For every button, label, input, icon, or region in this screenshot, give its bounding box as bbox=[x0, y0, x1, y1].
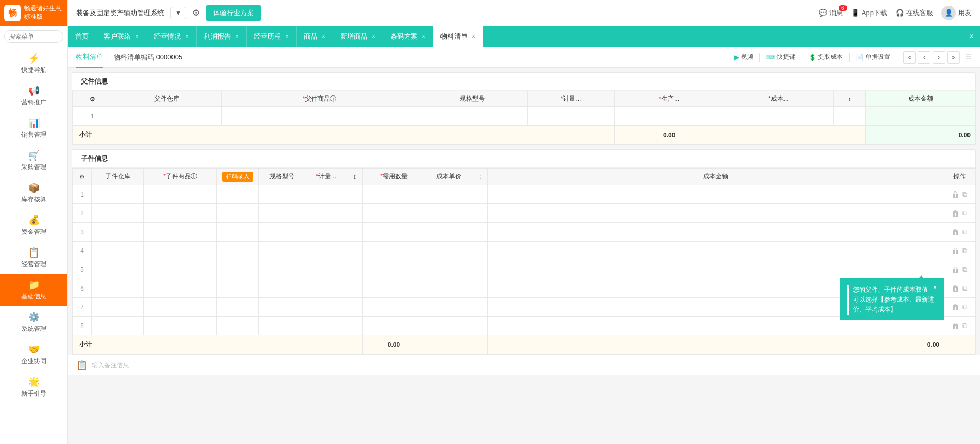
close-tab-bom[interactable]: × bbox=[472, 33, 475, 40]
copy-icon-7[interactable]: ⧉ bbox=[962, 303, 967, 311]
settings-icon[interactable]: ⚙ bbox=[192, 8, 200, 18]
child-row-5-warehouse[interactable] bbox=[92, 260, 144, 279]
tab-history[interactable]: 经营历程 × bbox=[247, 26, 297, 47]
sidebar-item-sales[interactable]: 📊 销售管理 bbox=[0, 112, 67, 145]
parent-row-1-warehouse[interactable] bbox=[112, 107, 222, 126]
tab-profit[interactable]: 利润报告 × bbox=[197, 26, 247, 47]
child-row-7-qty[interactable] bbox=[363, 298, 425, 317]
child-row-2-warehouse[interactable] bbox=[92, 204, 144, 223]
user-avatar[interactable]: 👤 用友 bbox=[941, 6, 972, 20]
close-tab-business[interactable]: × bbox=[185, 33, 189, 40]
close-tab-goods[interactable]: × bbox=[322, 33, 325, 40]
copy-icon-8[interactable]: ⧉ bbox=[962, 321, 967, 330]
child-row-3-unit[interactable] bbox=[305, 223, 347, 242]
copy-icon-4[interactable]: ⧉ bbox=[962, 246, 967, 255]
note-label[interactable]: 输入备注信息 bbox=[92, 361, 129, 370]
child-row-1-unit-cost[interactable] bbox=[425, 185, 472, 204]
child-row-6-qty[interactable] bbox=[363, 279, 425, 298]
close-tab-profit[interactable]: × bbox=[235, 33, 239, 40]
sidebar-item-ops[interactable]: 📋 经营管理 bbox=[0, 242, 67, 274]
sidebar-item-basic[interactable]: 📁 基础信息 bbox=[0, 274, 67, 306]
online-service-button[interactable]: 🎧 在线客服 bbox=[896, 8, 933, 18]
child-row-7-unit-cost[interactable] bbox=[425, 298, 472, 317]
child-row-1-unit[interactable] bbox=[305, 185, 347, 204]
search-input[interactable] bbox=[4, 30, 63, 43]
child-row-5-spec[interactable] bbox=[259, 260, 305, 279]
child-row-3-unit-cost[interactable] bbox=[425, 223, 472, 242]
pager-prev[interactable]: ‹ bbox=[918, 51, 930, 64]
delete-icon-4[interactable]: 🗑 bbox=[952, 247, 959, 255]
system-dropdown[interactable]: ▼ bbox=[170, 7, 186, 19]
sidebar-item-enterprise[interactable]: 🤝 企业协同 bbox=[0, 339, 67, 371]
child-row-8-unit-cost[interactable] bbox=[425, 317, 472, 335]
child-row-4-warehouse[interactable] bbox=[92, 242, 144, 260]
sidebar-item-guide[interactable]: 🌟 新手引导 bbox=[0, 371, 67, 403]
child-row-8-unit[interactable] bbox=[305, 317, 347, 335]
tab-new-goods[interactable]: 新增商品 × bbox=[333, 26, 383, 47]
pager-next-next[interactable]: » bbox=[947, 51, 960, 64]
tab-home[interactable]: 首页 bbox=[68, 26, 96, 47]
child-row-7-warehouse[interactable] bbox=[92, 298, 144, 317]
child-row-7-goods[interactable] bbox=[144, 298, 217, 317]
video-btn[interactable]: ▶ 视频 bbox=[734, 53, 753, 62]
close-tab-new-goods[interactable]: × bbox=[372, 33, 375, 40]
child-row-2-goods[interactable] bbox=[144, 204, 217, 223]
child-row-5-unit[interactable] bbox=[305, 260, 347, 279]
tab-goods[interactable]: 商品 × bbox=[297, 26, 333, 47]
parent-row-1-spec[interactable] bbox=[418, 107, 528, 126]
sidebar-item-marketing[interactable]: 📢 营销推广 bbox=[0, 80, 67, 112]
scan-button[interactable]: 扫码录入 bbox=[222, 172, 253, 182]
app-download-button[interactable]: 📱 App下载 bbox=[851, 8, 887, 18]
sidebar-item-purchase[interactable]: 🛒 采购管理 bbox=[0, 145, 67, 177]
child-row-1-qty[interactable] bbox=[363, 185, 425, 204]
child-row-8-goods[interactable] bbox=[144, 317, 217, 335]
child-row-6-unit-cost[interactable] bbox=[425, 279, 472, 298]
child-row-1-goods[interactable] bbox=[144, 185, 217, 204]
cost-btn[interactable]: 💲 提取成本 bbox=[808, 53, 843, 62]
close-tab-barcode[interactable]: × bbox=[422, 33, 425, 40]
child-row-3-warehouse[interactable] bbox=[92, 223, 144, 242]
setting-btn[interactable]: 📄 单据设置 bbox=[856, 53, 890, 62]
child-row-8-spec[interactable] bbox=[259, 317, 305, 335]
tab-barcode[interactable]: 条码方案 × bbox=[383, 26, 433, 47]
child-row-3-goods[interactable] bbox=[144, 223, 217, 242]
layout-btn[interactable]: ☰ bbox=[966, 54, 972, 61]
tooltip-close-btn[interactable]: × bbox=[933, 283, 937, 293]
child-row-5-qty[interactable] bbox=[363, 260, 425, 279]
child-row-2-qty[interactable] bbox=[363, 204, 425, 223]
child-row-8-qty[interactable] bbox=[363, 317, 425, 335]
pager-prev-prev[interactable]: « bbox=[903, 51, 916, 64]
close-tab-customer[interactable]: × bbox=[135, 33, 139, 40]
pager-next[interactable]: › bbox=[933, 51, 945, 64]
child-row-1-warehouse[interactable] bbox=[92, 185, 144, 204]
child-row-6-spec[interactable] bbox=[259, 279, 305, 298]
child-row-4-unit[interactable] bbox=[305, 242, 347, 260]
delete-icon-7[interactable]: 🗑 bbox=[952, 303, 959, 311]
sub-tab-bom-list[interactable]: 物料清单 bbox=[76, 47, 103, 68]
parent-row-1-goods[interactable] bbox=[222, 107, 418, 126]
child-row-7-unit[interactable] bbox=[305, 298, 347, 317]
copy-icon-6[interactable]: ⧉ bbox=[962, 284, 967, 293]
shortcut-btn[interactable]: ⌨ 快捷键 bbox=[766, 53, 795, 62]
tab-bom[interactable]: 物料清单 × bbox=[433, 26, 483, 47]
parent-row-1-cost[interactable] bbox=[724, 107, 833, 126]
child-col-settings[interactable]: ⚙ bbox=[73, 169, 92, 185]
sidebar-item-system[interactable]: ⚙️ 系统管理 bbox=[0, 306, 67, 339]
child-row-1-spec[interactable] bbox=[259, 185, 305, 204]
message-button[interactable]: 💬 消息 6 bbox=[819, 8, 843, 18]
parent-row-1-produce[interactable] bbox=[615, 107, 724, 126]
child-row-3-spec[interactable] bbox=[259, 223, 305, 242]
close-tab-history[interactable]: × bbox=[285, 33, 289, 40]
copy-icon-5[interactable]: ⧉ bbox=[962, 265, 967, 274]
sidebar-item-finance[interactable]: 💰 资金管理 bbox=[0, 209, 67, 242]
child-row-2-unit[interactable] bbox=[305, 204, 347, 223]
tab-customer[interactable]: 客户联络 × bbox=[96, 26, 146, 47]
delete-icon-3[interactable]: 🗑 bbox=[952, 228, 959, 236]
child-row-4-unit-cost[interactable] bbox=[425, 242, 472, 260]
child-row-4-goods[interactable] bbox=[144, 242, 217, 260]
parent-col-settings[interactable]: ⚙ bbox=[73, 91, 112, 107]
sidebar-item-inventory[interactable]: 📦 库存核算 bbox=[0, 177, 67, 209]
child-row-6-warehouse[interactable] bbox=[92, 279, 144, 298]
child-row-7-spec[interactable] bbox=[259, 298, 305, 317]
child-row-5-unit-cost[interactable] bbox=[425, 260, 472, 279]
